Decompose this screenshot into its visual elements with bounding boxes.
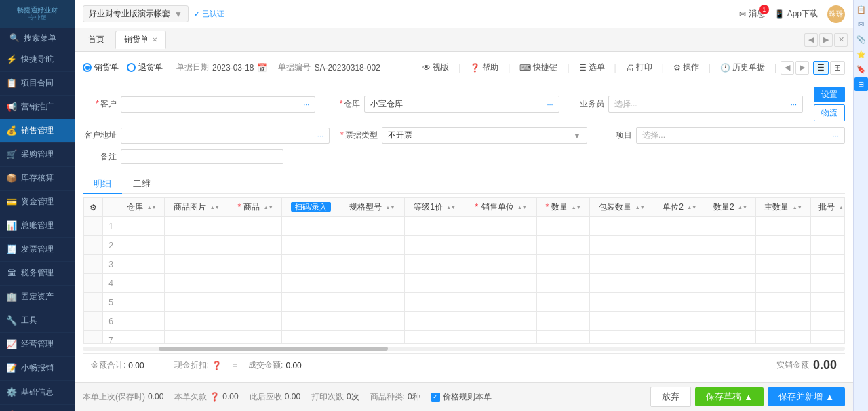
invoice-type-select[interactable]: 不开票 ▼ (382, 127, 587, 144)
grid-view-btn[interactable]: ☰ (813, 61, 829, 75)
price-rule-checkbox[interactable]: ✓ (431, 393, 440, 402)
col-header-product[interactable]: 商品 ▲▼ (229, 198, 282, 217)
batch-import-label: 扫码/录入 (291, 202, 331, 212)
sidebar-item-general[interactable]: 📊 总账管理 (0, 214, 75, 238)
abandon-button[interactable]: 放弃 (650, 387, 691, 407)
operation-btn[interactable]: ⚙ 操作 (668, 60, 705, 75)
salesperson-label: 业务员 (570, 98, 604, 110)
tab-sales-order[interactable]: 销货单 ✕ (115, 31, 166, 49)
prev-record-btn[interactable]: ◀ (781, 61, 794, 75)
sidebar-item-tax[interactable]: 🏛 税务管理 (0, 262, 75, 286)
owe-help-icon[interactable]: ❓ (210, 392, 220, 402)
settings-button[interactable]: 设置 (814, 87, 845, 102)
col-header-qty2[interactable]: 数量2 ▲▼ (705, 198, 756, 217)
radio-return-order[interactable]: 退货单 (127, 62, 163, 73)
company-selector[interactable]: 好业财专业版演示帐套 ▼ (83, 5, 189, 22)
sidebar-item-quick-nav[interactable]: ⚡ 快捷导航 (0, 48, 75, 72)
sidebar-item-report[interactable]: 📝 小畅报销 (0, 357, 75, 380)
tab-nav-detail[interactable]: 明细 (83, 175, 122, 194)
view-btn[interactable]: 👁 视版 (417, 60, 454, 75)
history-btn[interactable]: 🕐 历史单据 (715, 60, 770, 75)
radio-sales-order[interactable]: 销货单 (83, 62, 119, 73)
message-button[interactable]: ✉ 消息 1 (739, 8, 765, 20)
sidebar-item-tools[interactable]: 🔧 工具 (0, 309, 75, 333)
sidebar-item-marketing[interactable]: 📢 营销推广 (0, 96, 75, 119)
sidebar-item-invoice[interactable]: 🧾 发票管理 (0, 238, 75, 262)
sidebar-item-purchase[interactable]: 🛒 采购管理 (0, 143, 75, 167)
remarks-input[interactable] (121, 149, 283, 164)
prev-tab-button[interactable]: ◀ (804, 33, 818, 47)
horizontal-scrollbar[interactable] (83, 344, 845, 353)
project-input[interactable]: 选择... ··· (636, 127, 845, 144)
sidebar-item-inventory[interactable]: 📦 库存核算 (0, 167, 75, 191)
col-header-batch[interactable]: 批号 ▲▼ (811, 198, 845, 217)
certified-check-icon: ✓ (194, 9, 200, 18)
invoice-type-value: 不开票 (388, 130, 412, 141)
price-rule-item[interactable]: ✓ 价格规则本单 (431, 391, 492, 403)
sidebar-item-project[interactable]: 📋 项目合同 (0, 72, 75, 96)
col-header-price1[interactable]: 等级1价 ▲▼ (405, 198, 465, 217)
product-table: ⚙ 仓库 ▲▼ 商品图片 ▲▼ 商品 ▲▼ (83, 197, 845, 344)
close-tab-button[interactable]: ✕ (834, 33, 848, 47)
user-avatar-button[interactable]: 珠珠 (827, 5, 845, 23)
tab-close-icon[interactable]: ✕ (152, 36, 157, 43)
help-btn[interactable]: ❓ 帮助 (465, 60, 504, 75)
tab-nav-2d[interactable]: 二维 (122, 175, 161, 194)
app-download-button[interactable]: 📱 App下载 (774, 8, 818, 20)
print-btn[interactable]: 🖨 打印 (620, 60, 658, 75)
sidebar-item-sales[interactable]: 💰 销售管理 (0, 119, 75, 143)
table-row: 1 🗑 ⧉ (84, 217, 846, 236)
right-panel-btn-1[interactable]: 📋 (854, 3, 868, 16)
col-header-main-qty[interactable]: 主数量 ▲▼ (755, 198, 810, 217)
address-input[interactable]: ··· (121, 128, 330, 144)
salesperson-picker-icon[interactable]: ··· (791, 100, 797, 109)
sidebar-item-operations[interactable]: 📈 经营管理 (0, 333, 75, 357)
select-btn[interactable]: ☰ 选单 (574, 60, 610, 75)
right-panel-btn-6[interactable]: ⊞ (854, 77, 868, 91)
sales-icon: 💰 (5, 125, 18, 137)
save-new-button[interactable]: 保存并新增 ▲ (768, 387, 845, 406)
warehouse-input[interactable]: 小宝仓库 ··· (364, 96, 559, 113)
list-view-btn[interactable]: ⊞ (830, 61, 845, 75)
tab-home[interactable]: 首页 (80, 31, 113, 48)
save-draft-button[interactable]: 保存草稿 ▲ (695, 387, 764, 406)
marketing-icon: 📢 (5, 101, 18, 113)
print-count-item: 打印次数 0次 (311, 391, 359, 403)
col-header-spec[interactable]: 规格型号 ▲▼ (340, 198, 404, 217)
right-panel-btn-3[interactable]: 📎 (854, 33, 868, 46)
salesperson-input[interactable]: 选择... ··· (608, 96, 803, 113)
customer-picker-icon[interactable]: ··· (303, 100, 309, 109)
col-header-pack-qty[interactable]: 包装数量 ▲▼ (589, 198, 654, 217)
col-header-settings[interactable]: ⚙ (84, 198, 103, 217)
certified-badge: ✓ 已认证 (194, 9, 224, 19)
sidebar-item-basic[interactable]: ⚙️ 基础信息 (0, 381, 75, 405)
customer-input[interactable]: ··· (121, 96, 315, 113)
warehouse-picker-icon[interactable]: ··· (547, 100, 553, 109)
right-panel-btn-2[interactable]: ✉ (854, 18, 868, 31)
next-record-btn[interactable]: ▶ (795, 61, 809, 75)
logistics-button[interactable]: 物流 (814, 104, 845, 121)
project-picker-icon[interactable]: ··· (833, 132, 839, 140)
col-header-sales-unit[interactable]: 销售单位 ▲▼ (465, 198, 537, 217)
col-header-quantity[interactable]: 数量 ▲▼ (537, 198, 590, 217)
col-header-warehouse[interactable]: 仓库 ▲▼ (119, 198, 165, 217)
sidebar-item-fixed-assets[interactable]: 🏢 固定资产 (0, 286, 75, 309)
sidebar-cancel-fixed[interactable]: 📌 取消固定 (0, 405, 75, 411)
col-header-product-image[interactable]: 商品图片 ▲▼ (164, 198, 229, 217)
radio-sales-dot (83, 63, 92, 72)
calendar-icon[interactable]: 📅 (257, 63, 267, 73)
right-panel-btn-4[interactable]: ⭐ (854, 47, 868, 61)
next-tab-button[interactable]: ▶ (819, 33, 833, 47)
sidebar-item-search[interactable]: 🔍 搜索菜单 (0, 28, 75, 48)
col-header-unit2[interactable]: 单位2 ▲▼ (654, 198, 705, 217)
capital-icon: 💳 (5, 196, 18, 208)
right-panel-btn-5[interactable]: 🔖 (854, 62, 868, 76)
col-header-batch-import[interactable]: 扫码/录入 (281, 198, 340, 217)
discount-help-icon[interactable]: ❓ (212, 361, 222, 370)
address-picker-icon[interactable]: ··· (317, 132, 323, 140)
view-toggle: ☰ ⊞ (813, 61, 845, 75)
form-toolbar: 销货单 退货单 单据日期 2023-03-18 📅 单据编号 SA-202303… (83, 57, 845, 81)
form-fields: 客户 ··· 仓库 小宝仓库 ··· 业务员 选择... (83, 81, 845, 170)
shortcut-btn[interactable]: ⌨ 快捷键 (514, 60, 563, 75)
sidebar-item-capital[interactable]: 💳 资金管理 (0, 191, 75, 214)
